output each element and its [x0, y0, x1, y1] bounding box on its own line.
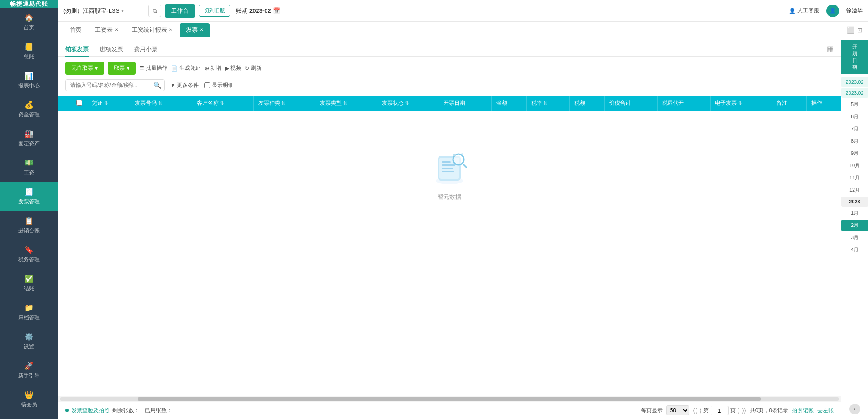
search-icon: 🔍 [153, 82, 161, 89]
new-button[interactable]: ⊕ 新增 [205, 64, 221, 72]
copy-button[interactable]: ⧉ [148, 5, 161, 17]
date-month-7[interactable]: 7月 [841, 123, 868, 135]
username[interactable]: 徐溢华 [846, 7, 863, 14]
refresh-button[interactable]: ↻ 刷新 [245, 64, 262, 72]
date-month-6[interactable]: 6月 [841, 111, 868, 122]
sidebar-item-sales[interactable]: 📋 进销台账 [0, 211, 58, 240]
verify-label[interactable]: 发票查验及拍照 [72, 407, 110, 414]
sidebar-item-archive[interactable]: 📁 归档管理 [0, 298, 58, 327]
last-page-button[interactable]: ⟩⟩ [742, 407, 746, 414]
sidebar-item-settings[interactable]: ⚙️ 设置 [0, 327, 58, 356]
period-calendar-icon[interactable]: 📅 [273, 7, 280, 14]
old-version-button[interactable]: 切到旧版 [199, 5, 230, 17]
tab-salary-table[interactable]: 工资表 ✕ [89, 23, 124, 37]
tab-restore-icon[interactable]: ⬜ [847, 26, 854, 34]
date-month-12[interactable]: 12月 [841, 184, 868, 196]
th-tax-code: 税局代开 [657, 96, 710, 111]
svg-rect-5 [442, 168, 453, 169]
right-label[interactable]: 去左账 [817, 407, 834, 414]
service-button[interactable]: 👤 人工客服 [789, 7, 819, 14]
sidebar-item-ledger[interactable]: 📒 总账 [0, 37, 58, 66]
date-month-2-active[interactable]: 2月 [841, 220, 868, 231]
scrollbar-thumb[interactable] [138, 397, 761, 401]
tab-home[interactable]: 首页 [63, 23, 88, 37]
tax-button[interactable]: 取票 ▾ [108, 62, 136, 75]
open-period-label2: 期 [852, 51, 857, 56]
company-selector[interactable]: (勿删）江西股宝-LSS ▾ [63, 7, 145, 15]
date-month-5[interactable]: 5月 [841, 99, 868, 110]
video-button[interactable]: ▶ 视频 [225, 64, 241, 72]
date-pinned-1[interactable]: 2023.02 [841, 77, 868, 87]
tab-salary-close[interactable]: ✕ [114, 27, 118, 32]
sidebar-item-home[interactable]: 🏠 首页 [0, 8, 58, 37]
date-month-9[interactable]: 9月 [841, 148, 868, 159]
invoice-cat-sort-icon[interactable]: ⇅ [343, 101, 347, 106]
batch-ops-button[interactable]: ☰ 批量操作 [139, 64, 167, 72]
cancel-pin-button[interactable]: ↩取消固定 [0, 414, 58, 419]
page-label-suffix: 页 [730, 407, 736, 414]
th-invoice-no: 发票号码 ⇅ [130, 96, 192, 111]
sidebar-item-capital[interactable]: 💰 资金管理 [0, 95, 58, 124]
select-all-checkbox[interactable] [76, 100, 82, 106]
tax-rate-sort-icon[interactable]: ⇅ [544, 101, 547, 106]
invoice-no-sort-icon[interactable]: ⇅ [158, 101, 162, 106]
date-month-4[interactable]: 4月 [841, 244, 868, 255]
th-invoice-status: 发票状态 ⇅ [377, 96, 439, 111]
customer-sort-icon[interactable]: ⇅ [220, 101, 224, 106]
tab-invoice-close[interactable]: ✕ [200, 27, 203, 32]
date-month-11[interactable]: 11月 [841, 172, 868, 183]
sidebar-item-guide[interactable]: 🚀 新手引导 [0, 356, 58, 385]
sub-tab-purchase[interactable]: 进项发票 [100, 43, 123, 57]
e-invoice-sort-icon[interactable]: ⇅ [738, 101, 742, 106]
tab-max-icon[interactable]: ⊡ [857, 26, 863, 34]
date-month-8[interactable]: 8月 [841, 135, 868, 147]
date-pinned-2[interactable]: 2023.02 [841, 88, 868, 98]
date-panel-collapse-button[interactable]: › [849, 404, 860, 414]
no-tax-button[interactable]: 无血取票 ▾ [65, 62, 104, 75]
tab-invoice[interactable]: 发票 ✕ [180, 23, 210, 37]
search-input-wrap: 🔍 [65, 79, 165, 91]
invoice-table: 凭证 ⇅ 发票号码 ⇅ 客户名称 ⇅ 发票种类 ⇅ [58, 96, 841, 111]
show-detail-checkbox[interactable]: 显示明细 [204, 82, 234, 89]
page-input[interactable] [711, 406, 729, 415]
invoice-icon: 🧾 [24, 188, 33, 196]
search-input[interactable] [65, 79, 165, 91]
footer: 发票查验及拍照 剩余张数： 已用张数： 每页显示 50 100 200 ⟨⟨ ⟨… [58, 396, 841, 419]
gen-voucher-button[interactable]: 📄 生成凭证 [171, 64, 201, 72]
scrollbar-track[interactable] [60, 397, 839, 401]
date-month-1[interactable]: 1月 [841, 207, 868, 219]
date-month-10[interactable]: 10月 [841, 160, 868, 171]
sub-tab-sales[interactable]: 销项发票 [65, 43, 89, 57]
voucher-sort-icon[interactable]: ⇅ [104, 101, 108, 106]
prev-page-button[interactable]: ⟨ [699, 407, 701, 414]
period-value: 2023-02 [249, 7, 271, 14]
date-month-3[interactable]: 3月 [841, 232, 868, 243]
open-period-button[interactable]: 开 期 日 期 [841, 40, 868, 74]
sidebar-item-tax[interactable]: 🔖 税务管理 [0, 240, 58, 269]
sidebar-item-report[interactable]: 📊 报表中心 [0, 66, 58, 95]
per-page-select[interactable]: 50 100 200 [666, 405, 689, 415]
workspace-button[interactable]: 工作台 [165, 4, 195, 18]
invoice-type-sort-icon[interactable]: ⇅ [281, 101, 285, 106]
th-tax: 税额 [570, 96, 604, 111]
invoice-status-sort-icon[interactable]: ⇅ [405, 101, 409, 106]
sidebar-item-salary[interactable]: 💵 工资 [0, 153, 58, 182]
grid-view-icon[interactable]: ▦ [827, 44, 834, 53]
sidebar-item-invoice[interactable]: 🧾 发票管理 [0, 182, 58, 211]
import-button[interactable]: 拍照记账 [792, 407, 814, 414]
sub-tab-expense[interactable]: 费用小票 [134, 43, 157, 57]
topbar-right: 👤 人工客服 👤 徐溢华 [789, 5, 863, 17]
capital-icon: 💰 [24, 101, 33, 109]
sidebar-item-assets[interactable]: 🏭 固定资产 [0, 124, 58, 153]
tab-salary-stats-close[interactable]: ✕ [169, 27, 172, 32]
sidebar-item-member[interactable]: 👑 畅会员 [0, 385, 58, 414]
sidebar-item-settle[interactable]: ✅ 结账 [0, 269, 58, 298]
th-invoice-type: 发票种类 ⇅ [253, 96, 315, 111]
show-detail-input[interactable] [204, 82, 210, 88]
tab-salary-stats[interactable]: 工资统计报表 ✕ [125, 23, 179, 37]
filter-button[interactable]: ▼ 更多条件 [170, 82, 199, 89]
first-page-button[interactable]: ⟨⟨ [693, 407, 697, 414]
date-year-2023: 2023 [841, 197, 868, 207]
th-e-invoice: 电子发票 ⇅ [711, 96, 772, 111]
next-page-button[interactable]: ⟩ [738, 407, 740, 414]
